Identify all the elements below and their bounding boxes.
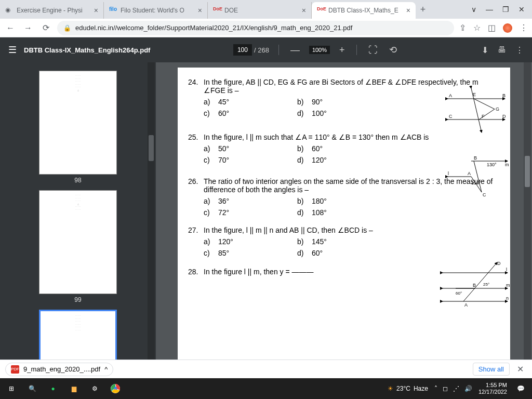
url-text: edudel.nic.in//welcome_folder/SupportMat… bbox=[75, 24, 352, 32]
svg-text:E: E bbox=[473, 92, 476, 97]
reload-button[interactable]: ⟳ bbox=[39, 23, 52, 33]
tab-0[interactable]: ◉ Exercise Engine - Physi × bbox=[0, 2, 104, 19]
pdf-toolbar: ☰ DBTB Class-IX_Maths_English264p.pdf / … bbox=[0, 37, 532, 62]
svg-text:A: A bbox=[449, 93, 452, 98]
svg-text:n: n bbox=[506, 296, 509, 301]
svg-text:60°: 60° bbox=[456, 291, 462, 296]
back-button[interactable]: ← bbox=[4, 23, 17, 33]
q-num: 24. bbox=[188, 78, 204, 95]
svg-text:B: B bbox=[473, 283, 476, 288]
file-explorer-icon[interactable]: ▆ bbox=[66, 381, 81, 396]
whatsapp-icon[interactable]: ● bbox=[46, 381, 60, 396]
favicon-3: DoE bbox=[317, 6, 325, 15]
reader-icon[interactable]: ◫ bbox=[488, 23, 496, 33]
new-tab-button[interactable]: + bbox=[416, 4, 430, 15]
download-icon[interactable]: ⬇ bbox=[482, 45, 488, 55]
thumb-100[interactable]: · · · · ·· · · · ·· · · · ·· · · · ·· · … bbox=[39, 310, 117, 360]
close-icon[interactable]: × bbox=[94, 6, 98, 15]
doc-scrollbar[interactable] bbox=[524, 62, 531, 360]
favicon-0: ◉ bbox=[5, 6, 14, 15]
lock-icon: 🔒 bbox=[63, 24, 71, 32]
tab-2[interactable]: DoE DOE × bbox=[208, 2, 312, 19]
svg-text:130°: 130° bbox=[487, 162, 497, 167]
zoom-out-button[interactable]: — bbox=[288, 45, 302, 56]
tab-label: Exercise Engine - Physi bbox=[17, 7, 91, 14]
pdf-page: 24. In the figure, AB || CD, EG & FG are… bbox=[178, 68, 510, 360]
q-text: In the figure, l || m || n and AB || CD,… bbox=[204, 226, 495, 234]
chrome-icon[interactable] bbox=[108, 381, 123, 396]
extension-icon[interactable] bbox=[503, 23, 512, 33]
kebab-icon[interactable]: ⋮ bbox=[520, 23, 528, 33]
wifi-icon[interactable]: ⋰ bbox=[453, 385, 459, 392]
taskbar: ⊞ 🔍 ● ▆ ⚙ ☀ 23°C Haze ˄ ◻ ⋰ 🔊 1:55 PM 12… bbox=[0, 378, 532, 399]
show-all-button[interactable]: Show all bbox=[473, 363, 510, 376]
favicon-1: filo bbox=[109, 6, 117, 15]
close-shelf-icon[interactable]: ✕ bbox=[514, 364, 527, 374]
close-icon[interactable]: × bbox=[198, 6, 202, 15]
weather-icon: ☀ bbox=[388, 385, 393, 392]
svg-text:l: l bbox=[448, 171, 449, 176]
share-icon[interactable]: ⇪ bbox=[459, 23, 466, 33]
svg-text:D: D bbox=[497, 261, 501, 266]
browser-titlebar: ◉ Exercise Engine - Physi × filo Filo St… bbox=[0, 0, 532, 19]
clock[interactable]: 1:55 PM 12/17/2022 bbox=[478, 382, 507, 395]
page-indicator: / 268 bbox=[233, 44, 269, 56]
download-item[interactable]: PDF 9_math_eng_2020_....pdf ^ bbox=[5, 363, 113, 376]
question-24: 24. In the figure, AB || CD, EG & FG are… bbox=[188, 78, 495, 117]
maximize-icon[interactable]: ❐ bbox=[502, 5, 509, 14]
q-num: 27. bbox=[188, 226, 204, 234]
print-icon[interactable]: 🖶 bbox=[498, 45, 506, 55]
weather-cond: Haze bbox=[414, 385, 428, 392]
chevron-up-icon[interactable]: ^ bbox=[104, 365, 108, 373]
weather-widget[interactable]: ☀ 23°C Haze bbox=[388, 385, 428, 392]
tray-chevron-icon[interactable]: ˄ bbox=[434, 385, 437, 392]
start-button[interactable]: ⊞ bbox=[4, 381, 19, 396]
tab-1[interactable]: filo Filo Student: World's O × bbox=[104, 2, 208, 19]
weather-temp: 23°C bbox=[396, 385, 410, 392]
question-25: 25. In the figure, l || m such that ∠A =… bbox=[188, 133, 495, 164]
svg-text:G: G bbox=[496, 107, 499, 112]
svg-text:110°: 110° bbox=[471, 180, 481, 185]
q-num: 26. bbox=[188, 177, 204, 194]
settings-icon[interactable]: ⚙ bbox=[87, 381, 102, 396]
main-area: · · · · ·· · · · ·· · · · ·· · · · ·· · … bbox=[0, 62, 532, 360]
system-tray: ˄ ◻ ⋰ 🔊 bbox=[434, 385, 472, 392]
thumbnail-panel[interactable]: · · · · ·· · · · ·· · · · ·· · · · ·· · … bbox=[0, 62, 156, 360]
rotate-icon[interactable]: ⟲ bbox=[387, 44, 399, 56]
svg-text:B: B bbox=[502, 93, 506, 98]
close-icon[interactable]: × bbox=[406, 6, 410, 15]
url-input[interactable]: 🔒 edudel.nic.in//welcome_folder/SupportM… bbox=[57, 21, 454, 35]
search-icon[interactable]: 🔍 bbox=[25, 381, 39, 396]
document-viewport[interactable]: 24. In the figure, AB || CD, EG & FG are… bbox=[156, 62, 532, 360]
volume-icon[interactable]: 🔊 bbox=[464, 385, 472, 392]
svg-text:m: m bbox=[505, 162, 509, 167]
meet-now-icon[interactable]: ◻ bbox=[443, 385, 448, 392]
chevron-down-icon[interactable]: ∨ bbox=[471, 5, 476, 14]
svg-text:C: C bbox=[449, 114, 453, 119]
minimize-icon[interactable]: — bbox=[486, 5, 493, 14]
more-icon[interactable]: ⋮ bbox=[515, 45, 524, 55]
svg-text:B: B bbox=[474, 155, 477, 161]
notifications-icon[interactable]: 💬 bbox=[513, 381, 528, 396]
thumb-scrollbar[interactable] bbox=[148, 62, 155, 360]
star-icon[interactable]: ☆ bbox=[473, 23, 481, 33]
figure-q27: l m n D B 25° 60° A bbox=[437, 260, 513, 309]
tab-3[interactable]: DoE DBTB Class-IX_Maths_E × bbox=[312, 2, 416, 19]
clock-time: 1:55 PM bbox=[478, 382, 507, 389]
svg-text:A: A bbox=[464, 302, 468, 308]
tab-label: DBTB Class-IX_Maths_E bbox=[328, 7, 403, 14]
zoom-in-button[interactable]: + bbox=[337, 45, 347, 56]
close-icon[interactable]: × bbox=[302, 6, 306, 15]
thumb-98[interactable]: · · · · ·· · · · ·· · · · ·· · · · ·· · … bbox=[39, 71, 117, 184]
forward-button[interactable]: → bbox=[22, 23, 34, 33]
svg-line-3 bbox=[474, 99, 495, 109]
close-window-icon[interactable]: ✕ bbox=[518, 5, 525, 14]
page-input[interactable] bbox=[233, 44, 252, 56]
thumb-99[interactable]: · · · · ·· · · · ·· · · · ·△· · · · ·· ·… bbox=[39, 190, 117, 303]
fit-page-icon[interactable]: ⛶ bbox=[366, 45, 380, 56]
tab-label: DOE bbox=[224, 7, 299, 14]
svg-text:D: D bbox=[502, 114, 506, 119]
thumb-label: 99 bbox=[39, 296, 117, 303]
hamburger-icon[interactable]: ☰ bbox=[8, 44, 17, 56]
window-controls: ∨ — ❐ ✕ bbox=[464, 5, 532, 14]
